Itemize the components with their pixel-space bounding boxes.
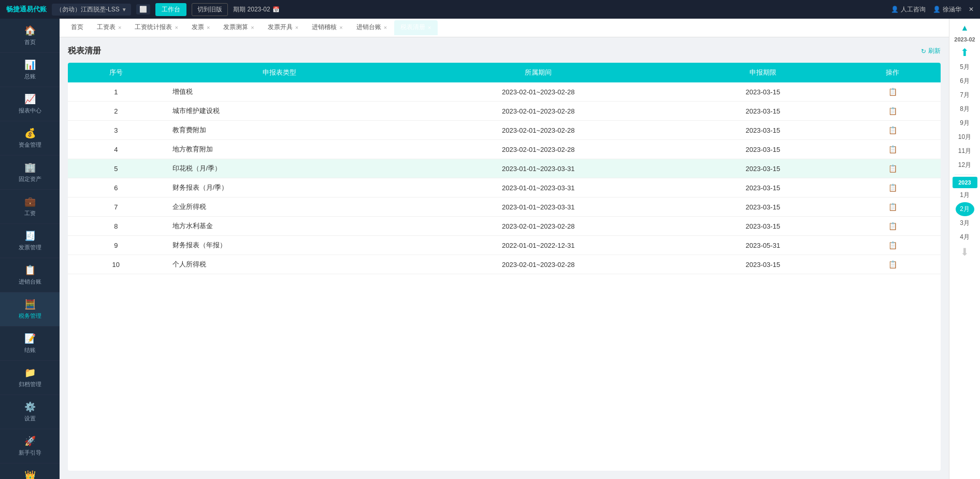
action-icon[interactable]: 📋 (888, 126, 897, 134)
action-icon[interactable]: 📋 (888, 260, 897, 269)
tab-in-out-check-close[interactable]: × (339, 24, 342, 31)
col-type: 申报表类型 (164, 63, 396, 82)
cell-period: 2022-01-01~2022-12-31 (395, 236, 681, 255)
month-8[interactable]: 8月 (953, 102, 977, 116)
cell-action[interactable]: 📋 (844, 102, 941, 121)
action-icon[interactable]: 📋 (888, 184, 897, 192)
cell-no: 7 (68, 198, 164, 217)
chevron-down-icon: ▼ (122, 7, 127, 12)
month-4[interactable]: 4月 (953, 230, 977, 244)
tab-salary-stats[interactable]: 工资统计报表 × (128, 19, 184, 37)
action-icon[interactable]: 📋 (888, 164, 897, 173)
cell-action[interactable]: 📋 (844, 159, 941, 178)
month-6[interactable]: 6月 (953, 74, 977, 88)
cell-action[interactable]: 📋 (844, 255, 941, 274)
report-icon: 📈 (24, 93, 36, 105)
cell-no: 8 (68, 217, 164, 236)
user-profile[interactable]: 👤 徐涵华 (933, 5, 961, 14)
sidebar-item-capital[interactable]: 💰 资金管理 (0, 121, 60, 156)
sidebar-item-settings[interactable]: ⚙️ 设置 (0, 395, 60, 429)
action-icon[interactable]: 📋 (888, 145, 897, 153)
old-version-button[interactable]: 切到旧版 (192, 3, 228, 16)
tab-in-out-ledger-close[interactable]: × (384, 24, 387, 31)
action-icon[interactable]: 📋 (888, 107, 897, 115)
calendar-icon[interactable]: 📅 (272, 6, 280, 13)
close-button[interactable]: ✕ (969, 6, 974, 13)
month-3[interactable]: 3月 (953, 216, 977, 230)
sidebar-item-guide[interactable]: 🚀 新手引导 (0, 429, 60, 463)
tab-invoice-open[interactable]: 发票开具 × (262, 19, 305, 37)
action-icon[interactable]: 📋 (888, 241, 897, 249)
tab-salary-close[interactable]: × (118, 24, 121, 31)
cell-period: 2023-02-01~2023-02-28 (395, 217, 681, 236)
workspace-button[interactable]: 工作台 (155, 3, 186, 16)
main-layout: 🏠 首页 📊 总账 📈 报表中心 💰 资金管理 🏢 固定资产 💼 工资 🧾 发票… (0, 19, 980, 479)
sidebar-item-archive[interactable]: 📁 归档管理 (0, 361, 60, 395)
action-icon[interactable]: 📋 (888, 88, 897, 96)
cell-period: 2023-02-01~2023-02-28 (395, 102, 681, 121)
tab-invoice-open-close[interactable]: × (295, 24, 298, 31)
refresh-button[interactable]: ↻ 刷新 (921, 47, 941, 55)
tab-invoice-calc[interactable]: 发票测算 × (217, 19, 260, 37)
cell-no: 10 (68, 255, 164, 274)
sidebar-item-settlement[interactable]: 📝 结账 (0, 327, 60, 361)
sidebar-item-invoice-mgmt[interactable]: 🧾 发票管理 (0, 224, 60, 258)
cell-action[interactable]: 📋 (844, 236, 941, 255)
tab-in-out-ledger-label: 进销台账 (356, 23, 381, 32)
tab-in-out-ledger[interactable]: 进销台账 × (350, 19, 393, 37)
month-9[interactable]: 9月 (953, 116, 977, 130)
tab-invoice-close[interactable]: × (207, 24, 210, 31)
sidebar-item-member[interactable]: 👑 畅会员 (0, 463, 60, 479)
month-nav-up-button[interactable]: ▲ (959, 22, 971, 34)
cell-deadline: 2023-03-15 (681, 255, 844, 274)
tab-invoice-calc-close[interactable]: × (251, 24, 254, 31)
cell-action[interactable]: 📋 (844, 140, 941, 159)
top-bar: 畅捷通易代账 （勿动）江西脱垄-LSS ▼ ⬜ 工作台 切到旧版 期期 2023… (0, 0, 980, 19)
tab-in-out-check[interactable]: 进销稽核 × (306, 19, 349, 37)
table-row: 1 增值税 2023-02-01~2023-02-28 2023-03-15 📋 (68, 82, 941, 102)
month-10[interactable]: 10月 (953, 130, 977, 144)
month-11[interactable]: 11月 (953, 144, 977, 158)
table-row: 5 印花税（月/季） 2023-01-01~2023-03-31 2023-03… (68, 159, 941, 178)
cell-period: 2023-01-01~2023-03-31 (395, 198, 681, 217)
action-icon[interactable]: 📋 (888, 203, 897, 211)
sidebar-item-salary[interactable]: 💼 工资 (0, 190, 60, 224)
cell-action[interactable]: 📋 (844, 121, 941, 140)
cell-action[interactable]: 📋 (844, 217, 941, 236)
tab-tax-list[interactable]: 税表清册 × (394, 20, 437, 35)
month-1[interactable]: 1月 (953, 188, 977, 202)
table-row: 4 地方教育附加 2023-02-01~2023-02-28 2023-03-1… (68, 140, 941, 159)
sidebar-item-report[interactable]: 📈 报表中心 (0, 87, 60, 121)
close-icon: ✕ (969, 6, 974, 13)
sidebar-item-fixed-assets[interactable]: 🏢 固定资产 (0, 156, 60, 190)
scroll-down-icon[interactable]: ⬇ (959, 244, 971, 260)
cell-action[interactable]: 📋 (844, 178, 941, 198)
company-selector[interactable]: （勿动）江西脱垄-LSS ▼ (52, 4, 131, 16)
cell-deadline: 2023-03-15 (681, 121, 844, 140)
sidebar-item-label: 归档管理 (19, 381, 41, 388)
tab-salary[interactable]: 工资表 × (91, 19, 127, 37)
month-2-selected[interactable]: 2月 (956, 202, 974, 216)
content-area: 首页 工资表 × 工资统计报表 × 发票 × 发票测算 × 发票开具 × (60, 19, 949, 479)
copy-icon-btn[interactable]: ⬜ (136, 4, 150, 15)
cell-action[interactable]: 📋 (844, 82, 941, 102)
tab-salary-stats-close[interactable]: × (175, 24, 178, 31)
sidebar-item-tax[interactable]: 🧮 税务管理 (0, 292, 60, 327)
cell-period: 2023-02-01~2023-02-28 (395, 82, 681, 102)
month-7[interactable]: 7月 (953, 88, 977, 102)
sidebar-item-ledger[interactable]: 📊 总账 (0, 53, 60, 87)
scroll-up-icon[interactable]: ⬆ (959, 45, 971, 60)
tab-home[interactable]: 首页 (65, 19, 90, 37)
tab-invoice[interactable]: 发票 × (185, 19, 216, 37)
cell-type: 增值税 (164, 82, 396, 102)
month-5[interactable]: 5月 (953, 60, 977, 74)
tab-tax-list-close[interactable]: × (428, 24, 431, 31)
sidebar-item-label: 设置 (24, 415, 36, 422)
tab-invoice-calc-label: 发票测算 (223, 23, 248, 32)
month-12[interactable]: 12月 (953, 158, 977, 172)
cell-action[interactable]: 📋 (844, 198, 941, 217)
action-icon[interactable]: 📋 (888, 222, 897, 230)
sidebar-item-in-out[interactable]: 📋 进销台账 (0, 258, 60, 292)
help-button[interactable]: 👤 人工咨询 (891, 5, 926, 14)
sidebar-item-home[interactable]: 🏠 首页 (0, 19, 60, 53)
